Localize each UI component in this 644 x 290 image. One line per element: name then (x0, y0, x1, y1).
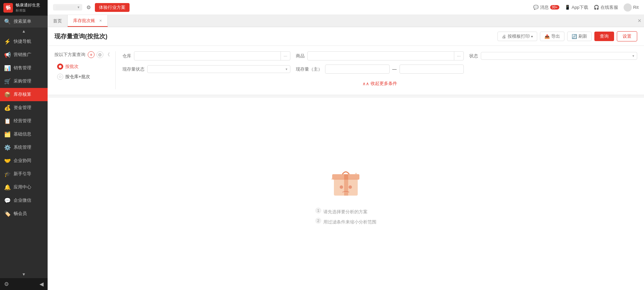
appstore-icon: 🔔 (4, 184, 11, 191)
sidebar-item-sales[interactable]: 📊 销售管理 (0, 61, 48, 75)
scheme-warehouse-batch-icon (57, 74, 63, 80)
online-service-label: 在线客服 (600, 4, 618, 11)
download-icon: 📱 (565, 5, 570, 10)
sidebar-settings-icon[interactable]: ⚙ (4, 281, 9, 287)
sidebar-scroll-down[interactable]: ▼ (0, 271, 48, 278)
sidebar-item-label: 销售管理 (14, 65, 31, 71)
status-select[interactable]: ▾ (481, 52, 637, 60)
scheme-settings-button[interactable]: ⚙ (97, 51, 103, 58)
refresh-button[interactable]: 🔄 刷新 (567, 32, 592, 41)
stock-status-label: 现存量状态 (122, 66, 145, 72)
svg-rect-5 (344, 180, 348, 196)
sidebar-item-quick[interactable]: ⚡ 快捷导航 (0, 35, 48, 48)
chevron-up-icon: ∧∧ (362, 81, 369, 86)
finance-icon: 💰 (4, 105, 11, 111)
topbar-left: ▾ ⚙ 体验行业方案 (53, 3, 130, 12)
stock-quantity-min[interactable] (325, 65, 390, 74)
collapse-label: 收起更多条件 (371, 80, 397, 87)
filter-scheme-title: 按以下方案查询 + ⚙ 《 (54, 51, 110, 58)
breadcrumb-dropdown-icon[interactable]: ▾ (78, 5, 80, 10)
scheme-batch-icon (57, 64, 63, 70)
sidebar-item-wechat[interactable]: 💬 企业微信 (0, 194, 48, 207)
experience-button[interactable]: 体验行业方案 (95, 3, 130, 12)
add-scheme-button[interactable]: + (88, 51, 95, 58)
scheme-batch-label: 按批次 (65, 64, 79, 70)
sidebar-collapse-icon[interactable]: ◀ (39, 281, 44, 287)
topbar-settings-icon[interactable]: ⚙ (86, 4, 91, 11)
print-button[interactable]: 🖨 按模板打印 ▾ (497, 32, 537, 41)
page-close-button[interactable]: × (638, 17, 641, 24)
sidebar-item-enterprise[interactable]: 🤝 企业协同 (0, 154, 48, 167)
stock-status-arrow: ▾ (286, 67, 287, 71)
tip-num-1: 1 (315, 207, 321, 214)
message-button[interactable]: 💬 消息 99+ (533, 4, 559, 11)
goods-input[interactable] (308, 52, 454, 60)
sidebar-item-operation[interactable]: 📋 经营管理 (0, 114, 48, 128)
sidebar-item-label: 营销推广 (14, 52, 31, 58)
warehouse-input[interactable] (134, 52, 281, 60)
app-subtitle: 标准版 (16, 8, 40, 13)
goods-input-wrapper: ··· (307, 51, 464, 60)
sidebar-item-inventory[interactable]: 📦 库存核算 (0, 88, 48, 101)
operation-icon: 📋 (4, 118, 11, 124)
sidebar-item-basic[interactable]: 🗂️ 基础信息 (0, 128, 48, 141)
user-name: Rit (633, 5, 639, 10)
collapse-button[interactable]: ∧∧ 收起更多条件 (122, 78, 637, 89)
filter-row-2: 现存量状态 ▾ 现存量（主） — (122, 65, 637, 74)
member-icon: 🏷️ (4, 211, 11, 217)
query-button[interactable]: 查询 (594, 32, 614, 41)
status-label: 状态 (469, 53, 478, 59)
scheme-option-batch[interactable]: 按批次 (54, 61, 110, 72)
svg-point-1 (59, 76, 61, 78)
warehouse-input-wrapper: ··· (134, 51, 290, 60)
user-avatar-area[interactable]: Rit (624, 3, 639, 12)
sidebar-item-label: 畅会员 (14, 211, 27, 217)
sidebar-search[interactable]: 🔍 搜索菜单 (0, 16, 48, 28)
sidebar-item-label: 快捷导航 (14, 38, 31, 44)
sidebar-item-member[interactable]: 🏷️ 畅会员 (0, 207, 48, 220)
sidebar-item-label: 企业微信 (14, 197, 31, 203)
svg-point-6 (340, 185, 343, 189)
sidebar-item-label: 资金管理 (14, 105, 31, 111)
topbar: ▾ ⚙ 体验行业方案 💬 消息 99+ 📱 App下载 🎧 在线客服 Rit (48, 0, 644, 15)
settings-button[interactable]: 设置 (617, 31, 637, 41)
sidebar-item-label: 经营管理 (14, 118, 31, 124)
main-area: ▾ ⚙ 体验行业方案 💬 消息 99+ 📱 App下载 🎧 在线客服 Rit (48, 0, 644, 290)
tab-home[interactable]: 首页 (48, 15, 68, 27)
topbar-breadcrumb-area[interactable]: ▾ (53, 4, 82, 11)
sidebar-item-label: 基础信息 (14, 131, 31, 137)
filter-scheme-actions: + ⚙ 《 (88, 51, 110, 58)
tab-close-button[interactable]: × (99, 18, 102, 23)
print-icon: 🖨 (502, 34, 506, 39)
stock-quantity-max[interactable] (400, 65, 464, 74)
sidebar-item-finance[interactable]: 💰 资金管理 (0, 101, 48, 114)
sidebar-item-label: 新手引导 (14, 171, 31, 177)
app-download-button[interactable]: 📱 App下载 (565, 4, 588, 11)
filter-scheme-sidebar: 按以下方案查询 + ⚙ 《 按批次 (54, 51, 116, 89)
sidebar-nav: ⚡ 快捷导航 📢 营销推广 📊 销售管理 🛒 采购管理 📦 库存核算 💰 资金管… (0, 35, 48, 271)
goods-label: 商品 (296, 53, 305, 59)
empty-illustration: ✦ ✦ (325, 160, 366, 201)
sidebar-scroll-up[interactable]: ▲ (0, 28, 48, 35)
stock-status-field: 现存量状态 ▾ (122, 65, 290, 73)
refresh-icon: 🔄 (572, 34, 577, 39)
sidebar-header: 畅 畅康通好生意 标准版 (0, 0, 48, 16)
warehouse-more-btn[interactable]: ··· (281, 52, 290, 60)
range-separator: — (392, 67, 397, 72)
goods-field: 商品 ··· (296, 51, 464, 60)
sidebar-item-marketing[interactable]: 📢 营销推广 (0, 48, 48, 61)
sidebar-item-newbie[interactable]: 🎓 新手引导 (0, 167, 48, 181)
sidebar-item-system[interactable]: ⚙️ 系统管理 (0, 141, 48, 154)
scheme-option-warehouse-batch[interactable]: 按仓库+批次 (54, 72, 110, 82)
stock-status-select[interactable]: ▾ (147, 65, 290, 73)
sidebar-item-appstore[interactable]: 🔔 应用中心 (0, 181, 48, 194)
goods-more-btn[interactable]: ··· (454, 52, 463, 60)
scheme-collapse-button[interactable]: 《 (105, 51, 110, 58)
scheme-warehouse-batch-label: 按仓库+批次 (65, 74, 90, 80)
online-service-button[interactable]: 🎧 在线客服 (594, 4, 618, 11)
tab-batch[interactable]: 库存批次账 × (68, 15, 108, 27)
export-button[interactable]: 📤 导出 (540, 32, 564, 41)
tab-close-area: × (638, 17, 644, 24)
sidebar-item-purchase[interactable]: 🛒 采购管理 (0, 75, 48, 88)
empty-tips-list: 1 请先选择要分析的方案 2 用过滤条件来缩小分析范围 (315, 207, 376, 228)
